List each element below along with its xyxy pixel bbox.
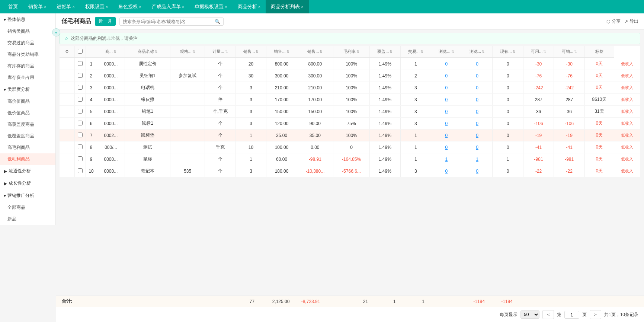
checkbox-cell[interactable]: [74, 82, 86, 94]
th-available[interactable]: 可用...⇅: [523, 46, 554, 58]
sidebar-item-low-margin[interactable]: 低毛利商品: [0, 153, 55, 165]
row-checkbox[interactable]: [78, 85, 83, 90]
nav-sales-order[interactable]: 销货单 ×: [23, 0, 51, 13]
row-trade[interactable]: 0: [431, 130, 462, 141]
nav-home[interactable]: 首页: [3, 0, 23, 13]
th-name[interactable]: 商品名称⇅: [125, 46, 170, 58]
row-trade[interactable]: 0: [431, 165, 462, 177]
th-checkbox[interactable]: [74, 46, 86, 58]
row-checkbox[interactable]: [78, 61, 83, 66]
select-all-checkbox[interactable]: [78, 49, 83, 54]
nav-goods-analysis-close[interactable]: ×: [258, 4, 260, 9]
trade-link[interactable]: 0: [445, 169, 448, 174]
sidebar-item-high-coverage[interactable]: 高覆盖度商品: [0, 119, 55, 130]
checkbox-cell[interactable]: [74, 165, 86, 177]
search-input[interactable]: [123, 19, 215, 24]
sidebar-item-in-stock[interactable]: 有库存的商品: [0, 60, 55, 72]
nav-permission-close[interactable]: ×: [106, 4, 108, 9]
next-page-button[interactable]: ＞: [590, 310, 601, 319]
row-browse1[interactable]: 0: [462, 58, 493, 70]
checkbox-cell[interactable]: [74, 94, 86, 106]
row-browse1[interactable]: 0: [462, 141, 493, 153]
page-number-input[interactable]: [564, 311, 579, 319]
row-browse1[interactable]: 0: [462, 82, 493, 94]
nav-sales-order-close[interactable]: ×: [44, 4, 46, 9]
checkbox-cell[interactable]: [74, 141, 86, 153]
nav-role-auth-close[interactable]: ×: [139, 4, 141, 9]
search-icon[interactable]: 🔍: [215, 19, 220, 24]
row-trade[interactable]: 0: [431, 106, 462, 118]
trade-link[interactable]: 0: [445, 97, 448, 102]
row-browse1[interactable]: 0: [462, 130, 493, 141]
th-code[interactable]: 商...⇅: [97, 46, 125, 58]
page-size-select[interactable]: 50 100: [520, 310, 539, 319]
row-trade[interactable]: 1: [431, 153, 462, 165]
row-trade[interactable]: 0: [431, 118, 462, 130]
checkbox-cell[interactable]: [74, 130, 86, 141]
row-checkbox[interactable]: [78, 156, 83, 161]
date-filter-button[interactable]: 近一月: [95, 17, 116, 26]
th-coverage[interactable]: 覆盖...⇅: [370, 46, 401, 58]
sidebar-section-circulation[interactable]: ▶ 流通性分析: [0, 165, 55, 177]
sidebar-item-sales-goods[interactable]: 销售类商品: [0, 26, 55, 37]
row-browse1[interactable]: 0: [462, 94, 493, 106]
nav-purchase-order[interactable]: 进货单 ×: [51, 0, 80, 13]
checkbox-cell[interactable]: [74, 153, 86, 165]
trade-link[interactable]: 0: [445, 61, 448, 67]
trade-link[interactable]: 1: [445, 157, 448, 162]
row-trade[interactable]: 0: [431, 82, 462, 94]
sidebar-item-high-margin[interactable]: 高毛利商品: [0, 142, 55, 153]
row-checkbox[interactable]: [78, 168, 83, 173]
sidebar-item-new-goods[interactable]: 新品: [0, 213, 55, 225]
export-button[interactable]: ↗ 导出: [624, 18, 638, 25]
th-current[interactable]: 现有...⇅: [493, 46, 523, 58]
nav-goods-analysis-list-close[interactable]: ×: [301, 4, 303, 9]
th-browse2[interactable]: 浏览...⇅: [462, 46, 493, 58]
sidebar-item-category-rate[interactable]: 商品分类助销率: [0, 49, 55, 60]
sidebar-item-all-goods[interactable]: 全部商品: [0, 202, 55, 213]
sidebar-section-overview[interactable]: ▾ 整体信息: [0, 13, 55, 26]
sidebar-item-inventory-capital[interactable]: 库存资金占用: [0, 72, 55, 83]
sidebar-section-growth[interactable]: ▶ 成长性分析: [0, 177, 55, 189]
th-price[interactable]: 销售...⇅: [266, 46, 297, 58]
sidebar-item-high-value[interactable]: 高价值商品: [0, 96, 55, 107]
th-settings[interactable]: ⚙: [60, 46, 74, 58]
row-checkbox[interactable]: [78, 121, 83, 125]
trade-link[interactable]: 0: [445, 109, 448, 114]
th-qty[interactable]: 销售...⇅: [236, 46, 266, 58]
row-trade[interactable]: 0: [431, 70, 462, 82]
th-trade[interactable]: 交易...⇅: [400, 46, 431, 58]
sidebar-item-low-coverage[interactable]: 低覆盖度商品: [0, 130, 55, 142]
trade-link[interactable]: 0: [445, 145, 448, 150]
trade-link[interactable]: 0: [445, 85, 448, 90]
th-sellable[interactable]: 可销...⇅: [554, 46, 585, 58]
trade-link[interactable]: 0: [445, 73, 448, 79]
row-checkbox[interactable]: [78, 109, 83, 114]
row-browse1[interactable]: 0: [462, 165, 493, 177]
th-unit[interactable]: 计量...⇅: [205, 46, 236, 58]
nav-purchase-order-close[interactable]: ×: [72, 4, 74, 9]
row-browse1[interactable]: 0: [462, 70, 493, 82]
th-spec[interactable]: 规格...⇅: [170, 46, 205, 58]
sidebar-section-marketing[interactable]: ▾ 营销推广分析: [0, 189, 55, 202]
sidebar-section-cluster[interactable]: ▾ 类群度分析: [0, 83, 55, 96]
row-checkbox[interactable]: [78, 144, 83, 149]
nav-goods-analysis[interactable]: 商品分析 ×: [233, 0, 266, 13]
nav-template-settings[interactable]: 单据模板设置 ×: [189, 0, 232, 13]
nav-finished-goods-close[interactable]: ×: [182, 4, 184, 9]
row-browse1[interactable]: 0: [462, 118, 493, 130]
trade-link[interactable]: 0: [445, 133, 448, 138]
row-browse1[interactable]: 0: [462, 106, 493, 118]
nav-permission-settings[interactable]: 权限设置 ×: [80, 0, 113, 13]
trade-link[interactable]: 0: [445, 121, 448, 126]
th-sales[interactable]: 销售...⇅: [297, 46, 333, 58]
nav-template-close[interactable]: ×: [225, 4, 227, 9]
row-checkbox[interactable]: [78, 97, 83, 102]
collapse-sidebar-button[interactable]: «: [52, 28, 60, 36]
nav-finished-goods[interactable]: 产成品入库单 ×: [147, 0, 189, 13]
row-checkbox[interactable]: [78, 73, 83, 78]
nav-role-auth[interactable]: 角色授权 ×: [113, 0, 146, 13]
checkbox-cell[interactable]: [74, 58, 86, 70]
share-button[interactable]: ⬡ 分享: [606, 18, 621, 25]
row-trade[interactable]: 0: [431, 58, 462, 70]
